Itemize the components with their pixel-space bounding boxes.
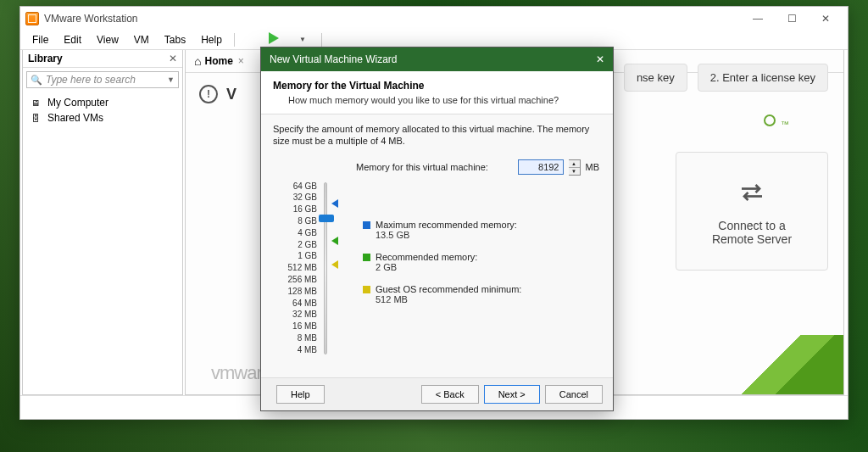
tab-home[interactable]: Home × bbox=[189, 53, 249, 70]
separator bbox=[321, 33, 336, 47]
wizard-header: Memory for the Virtual Machine How much … bbox=[261, 71, 613, 114]
menu-vm[interactable]: VM bbox=[127, 31, 156, 48]
menu-view[interactable]: View bbox=[90, 31, 125, 48]
memory-row: Memory for this virtual machine: 8192 ▲ … bbox=[273, 159, 601, 176]
legend-blue-icon bbox=[363, 221, 370, 229]
window-title: VMware Workstation bbox=[44, 13, 741, 25]
legend-max: Maximum recommended memory: 13.5 GB bbox=[363, 220, 601, 240]
connect-remote-panel[interactable]: Connect to a Remote Server bbox=[676, 152, 828, 271]
library-panel: Library ✕ 🔍 Type here to search ▼ My Com… bbox=[22, 50, 183, 395]
library-title: Library bbox=[28, 53, 63, 64]
library-tree: My Computer Shared VMs bbox=[23, 92, 182, 129]
legend-recommended: Recommended memory: 2 GB bbox=[363, 252, 601, 272]
library-search[interactable]: 🔍 Type here to search ▼ bbox=[26, 71, 179, 88]
main-titlebar[interactable]: VMware Workstation — ☐ ✕ bbox=[20, 7, 848, 30]
memory-spinner[interactable]: ▲ ▼ bbox=[569, 159, 581, 176]
library-header: Library ✕ bbox=[23, 50, 182, 68]
brand-corner bbox=[733, 335, 843, 394]
warning-text: V bbox=[226, 86, 236, 103]
wizard-subheading: How much memory would you like to use fo… bbox=[288, 95, 601, 105]
close-button[interactable]: ✕ bbox=[809, 10, 843, 27]
memory-label: Memory for this virtual machine: bbox=[356, 162, 488, 172]
enter-license-key-button[interactable]: 2. Enter a license key bbox=[698, 64, 828, 92]
separator bbox=[234, 33, 248, 47]
license-buttons: nse key 2. Enter a license key bbox=[624, 64, 828, 92]
shared-icon bbox=[31, 112, 43, 124]
wizard-close-icon[interactable]: ✕ bbox=[596, 53, 604, 65]
license-button-partial[interactable]: nse key bbox=[624, 64, 687, 92]
marker-recommended-icon bbox=[331, 237, 338, 245]
wizard-body: Specify the amount of memory allocated t… bbox=[261, 114, 613, 377]
back-button[interactable]: < Back bbox=[421, 385, 479, 404]
memory-input[interactable]: 8192 bbox=[518, 159, 564, 175]
menu-help[interactable]: Help bbox=[194, 31, 229, 48]
legend-yellow-icon bbox=[363, 286, 370, 293]
computer-icon bbox=[31, 97, 43, 109]
app-icon bbox=[25, 12, 39, 25]
connect-remote-line2: Remote Server bbox=[712, 232, 792, 246]
library-close-icon[interactable]: ✕ bbox=[169, 53, 177, 64]
memory-unit: MB bbox=[586, 162, 600, 172]
wizard-heading: Memory for the Virtual Machine bbox=[273, 80, 601, 92]
play-dropdown[interactable]: ▼ bbox=[292, 33, 313, 46]
tab-close-icon[interactable]: × bbox=[238, 55, 244, 67]
wizard-title: New Virtual Machine Wizard bbox=[270, 53, 596, 65]
slider-rail bbox=[324, 182, 327, 354]
spinner-down-icon[interactable]: ▼ bbox=[569, 168, 580, 175]
memory-slider-area: 64 GB 32 GB 16 GB 8 GB 4 GB 2 GB 1 GB 51… bbox=[273, 181, 601, 356]
search-dropdown-icon[interactable]: ▼ bbox=[167, 75, 175, 84]
menu-edit[interactable]: Edit bbox=[57, 31, 88, 48]
menu-tabs[interactable]: Tabs bbox=[158, 31, 192, 48]
wizard-footer: Help < Back Next > Cancel bbox=[261, 377, 613, 410]
slider-thumb[interactable] bbox=[319, 215, 334, 222]
search-icon: 🔍 bbox=[31, 75, 42, 86]
minimize-button[interactable]: — bbox=[741, 10, 775, 27]
svg-marker-0 bbox=[269, 32, 279, 44]
cancel-button[interactable]: Cancel bbox=[545, 385, 603, 404]
next-button[interactable]: Next > bbox=[484, 385, 540, 404]
legend-minimum: Guest OS recommended minimum: 512 MB bbox=[363, 284, 601, 304]
wizard-titlebar[interactable]: New Virtual Machine Wizard ✕ bbox=[261, 47, 613, 71]
pro-badge-icon bbox=[764, 114, 776, 126]
home-icon bbox=[194, 54, 204, 68]
tm-mark: ™ bbox=[781, 120, 789, 129]
warning-icon: ! bbox=[199, 85, 218, 103]
memory-legend: Maximum recommended memory: 13.5 GB Reco… bbox=[342, 181, 601, 356]
marker-max-icon bbox=[331, 199, 338, 208]
legend-green-icon bbox=[363, 254, 370, 261]
menu-file[interactable]: File bbox=[25, 31, 55, 48]
tree-item-my-computer[interactable]: My Computer bbox=[31, 95, 177, 110]
new-vm-wizard-dialog: New Virtual Machine Wizard ✕ Memory for … bbox=[260, 47, 614, 411]
spinner-up-icon[interactable]: ▲ bbox=[569, 160, 580, 168]
connect-remote-icon bbox=[737, 177, 767, 210]
search-input[interactable]: Type here to search bbox=[46, 74, 167, 86]
memory-slider[interactable] bbox=[317, 181, 342, 356]
connect-remote-line1: Connect to a bbox=[712, 219, 792, 232]
maximize-button[interactable]: ☐ bbox=[775, 10, 809, 27]
marker-minimum-icon bbox=[331, 260, 338, 269]
wizard-instruction: Specify the amount of memory allocated t… bbox=[273, 123, 601, 148]
slider-scale-labels: 64 GB 32 GB 16 GB 8 GB 4 GB 2 GB 1 GB 51… bbox=[273, 181, 317, 356]
tree-item-shared-vms[interactable]: Shared VMs bbox=[31, 110, 177, 126]
help-button[interactable]: Help bbox=[276, 385, 325, 404]
